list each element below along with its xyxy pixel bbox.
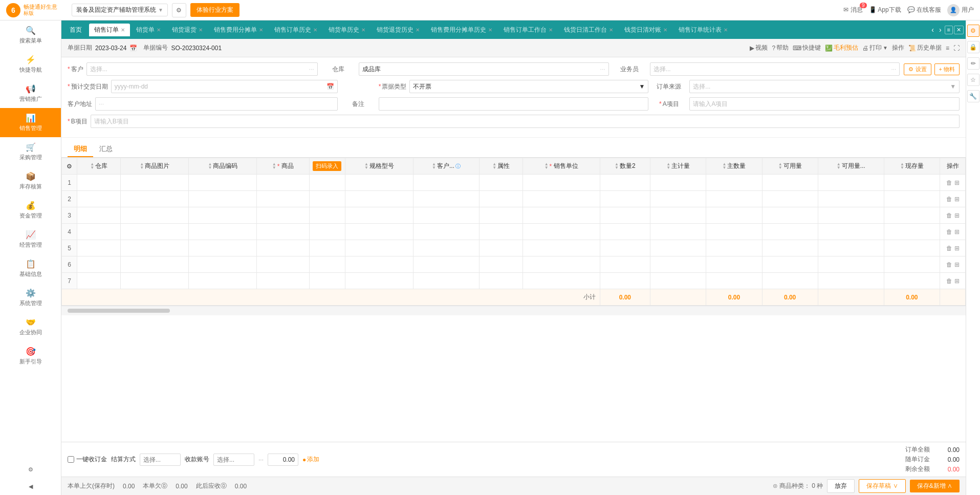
- row-main-quantity[interactable]: [706, 256, 762, 273]
- row-attribute[interactable]: [479, 273, 522, 289]
- row-product[interactable]: [257, 240, 310, 256]
- a-project-input[interactable]: 请输入A项目: [689, 97, 960, 111]
- remark-input[interactable]: [379, 97, 649, 111]
- tab-sales-refund[interactable]: 销货退货 ✕: [167, 24, 208, 36]
- row-main-quantity[interactable]: [706, 191, 762, 207]
- tab-sales-expense[interactable]: 销售费用分摊单 ✕: [209, 24, 268, 36]
- delete-row-icon[interactable]: 🗑: [946, 228, 952, 235]
- row-quantity2[interactable]: [600, 240, 650, 256]
- row-product-code[interactable]: [189, 240, 257, 256]
- row-customer-info[interactable]: [413, 273, 479, 289]
- sidebar-item-system[interactable]: ⚙️ 系统管理: [0, 283, 61, 312]
- invoice-type-select[interactable]: 不开票 ▼: [409, 80, 648, 93]
- fullscreen-button[interactable]: ⛶: [953, 45, 960, 52]
- row-sales-unit[interactable]: [523, 240, 600, 256]
- tab-close-icon[interactable]: ✕: [121, 27, 125, 33]
- row-product-code[interactable]: [189, 175, 257, 191]
- tab-order-workbench[interactable]: 销售订单工作台 ✕: [498, 24, 558, 36]
- history-button[interactable]: 📜 历史单据: [908, 44, 942, 52]
- row-current-stock[interactable]: [884, 240, 940, 256]
- delete-row-icon[interactable]: 🗑: [946, 179, 952, 186]
- row-product-code[interactable]: [189, 256, 257, 273]
- row-product-image[interactable]: [121, 256, 189, 273]
- row-current-stock[interactable]: [884, 175, 940, 191]
- delete-row-icon[interactable]: 🗑: [946, 245, 952, 252]
- detail-tab-mingxi[interactable]: 明细: [68, 142, 93, 157]
- settings-form-button[interactable]: ⚙ 设置: [904, 63, 931, 75]
- row-scan[interactable]: [309, 240, 345, 256]
- copy-row-icon[interactable]: ⊞: [954, 212, 960, 219]
- delete-row-icon[interactable]: 🗑: [946, 277, 952, 285]
- row-warehouse[interactable]: [77, 175, 121, 191]
- sidebar-item-sales[interactable]: 📊 销售管理: [0, 108, 61, 137]
- row-main-unit[interactable]: [650, 256, 706, 273]
- row-customer-info[interactable]: [413, 224, 479, 240]
- customer-address-input[interactable]: ···: [95, 97, 338, 111]
- tab-close-icon[interactable]: ✕: [724, 27, 728, 33]
- row-available2[interactable]: [818, 175, 884, 191]
- right-icon-lock[interactable]: 🔒: [967, 41, 979, 53]
- row-main-quantity[interactable]: [706, 273, 762, 289]
- row-main-quantity[interactable]: [706, 207, 762, 224]
- calendar-icon[interactable]: 📅: [129, 45, 137, 52]
- user-avatar[interactable]: 👤 用户: [947, 4, 974, 16]
- save-new-button[interactable]: 保存&新增 ∧: [910, 480, 960, 492]
- b-project-input[interactable]: 请输入B项目: [91, 115, 960, 128]
- delete-row-icon[interactable]: 🗑: [946, 212, 952, 219]
- row-warehouse[interactable]: [77, 207, 121, 224]
- salesperson-input[interactable]: 选择... ···: [650, 62, 900, 76]
- sidebar-item-enterprise[interactable]: 🤝 企业协同: [0, 312, 61, 341]
- sidebar-item-marketing[interactable]: 📢 营销推广: [0, 79, 61, 108]
- row-product-code[interactable]: [189, 191, 257, 207]
- row-customer-info[interactable]: [413, 175, 479, 191]
- row-spec-model[interactable]: [345, 224, 413, 240]
- row-current-stock[interactable]: [884, 224, 940, 240]
- row-main-unit[interactable]: [650, 191, 706, 207]
- layout-button[interactable]: ≡: [946, 45, 949, 52]
- tab-close-icon[interactable]: ✕: [313, 27, 317, 33]
- sidebar-item-new-guide[interactable]: 🎯 新手引导: [0, 341, 61, 371]
- row-product[interactable]: [257, 256, 310, 273]
- right-icon-star[interactable]: ☆: [967, 74, 979, 86]
- copy-row-icon[interactable]: ⊞: [954, 261, 960, 268]
- horizontal-scroll-bar[interactable]: [61, 306, 966, 315]
- row-spec-model[interactable]: [345, 175, 413, 191]
- add-receipt-button[interactable]: ● 添加: [302, 455, 319, 464]
- tab-close-icon[interactable]: ✕: [416, 27, 420, 33]
- row-scan[interactable]: [309, 256, 345, 273]
- tab-sales-return[interactable]: 销货单 ✕: [131, 24, 166, 36]
- th-gear[interactable]: ⚙: [62, 158, 77, 175]
- row-spec-model[interactable]: [345, 207, 413, 224]
- tab-home[interactable]: 首页: [63, 20, 88, 39]
- row-available1[interactable]: [762, 240, 818, 256]
- row-available2[interactable]: [818, 240, 884, 256]
- row-main-unit[interactable]: [650, 273, 706, 289]
- help-button[interactable]: ? 帮助: [772, 44, 789, 52]
- row-available2[interactable]: [818, 256, 884, 273]
- row-available1[interactable]: [762, 256, 818, 273]
- tab-cash-account[interactable]: 钱货日清对账 ✕: [619, 24, 672, 36]
- row-attribute[interactable]: [479, 207, 522, 224]
- row-scan[interactable]: [309, 207, 345, 224]
- tab-close-icon[interactable]: ✕: [259, 27, 263, 33]
- copy-row-icon[interactable]: ⊞: [954, 196, 960, 203]
- copy-row-icon[interactable]: ⊞: [954, 228, 960, 235]
- amount-input[interactable]: [268, 454, 298, 466]
- row-product-code[interactable]: [189, 273, 257, 289]
- row-available2[interactable]: [818, 224, 884, 240]
- row-scan[interactable]: [309, 175, 345, 191]
- tab-sales-order-history[interactable]: 销售订单历史 ✕: [269, 24, 322, 36]
- row-product[interactable]: [257, 207, 310, 224]
- scan-input-button[interactable]: 扫码录入: [313, 161, 341, 171]
- row-product-image[interactable]: [121, 191, 189, 207]
- table-scroll-container[interactable]: ⚙ ▲▼ 仓库 ▲▼: [61, 158, 966, 306]
- row-quantity2[interactable]: [600, 175, 650, 191]
- sidebar-item-operations[interactable]: 📈 经营管理: [0, 225, 61, 254]
- customer-input[interactable]: 选择... ···: [86, 62, 318, 76]
- row-sales-unit[interactable]: [523, 273, 600, 289]
- sidebar-settings-button[interactable]: ⚙: [0, 461, 61, 478]
- row-warehouse[interactable]: [77, 224, 121, 240]
- row-warehouse[interactable]: [77, 273, 121, 289]
- online-service-link[interactable]: 💬 在线客服: [907, 6, 941, 14]
- row-attribute[interactable]: [479, 240, 522, 256]
